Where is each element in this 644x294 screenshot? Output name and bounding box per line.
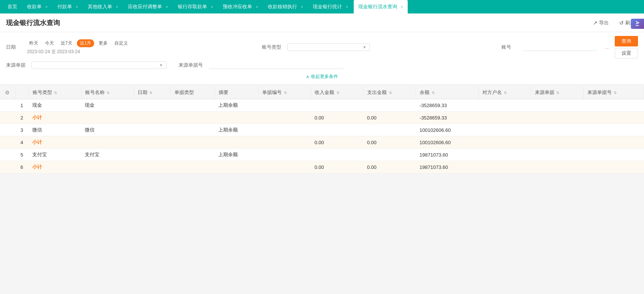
row-expense xyxy=(363,149,416,161)
source-doc-label: 来源单据 xyxy=(6,62,26,69)
collapse-bar[interactable]: ∧ 收起更多条件 xyxy=(6,72,638,81)
data-table: ⚙ 账号类型 ⇅ 账号名称 ⇅ 日期 ⇅ 单据类型 xyxy=(0,86,644,173)
sort-expense-icon: ⇅ xyxy=(389,91,392,95)
filter-right-buttons: 查询 设置 xyxy=(615,36,638,58)
table-row: 2小计0.000.00-3528659.33 xyxy=(0,112,644,124)
row-seq: 5 xyxy=(15,149,29,161)
account-type-label: 账号类型 xyxy=(262,44,281,51)
close-tab-4-icon[interactable]: × xyxy=(211,4,213,9)
sort-balance-icon: ⇅ xyxy=(432,91,435,95)
date-shortcut-1month[interactable]: 近1月 xyxy=(77,39,95,47)
table-row: 6小计0.000.0019871073.60 xyxy=(0,161,644,173)
table-row: 5支付宝支付宝上期余额19871073.60 xyxy=(0,149,644,161)
date-shortcut-custom[interactable]: 自定义 xyxy=(112,39,130,47)
row-empty-col xyxy=(0,149,15,161)
row-account-type: 小计 xyxy=(29,112,81,124)
row-account-type: 微信 xyxy=(29,124,81,136)
account-input[interactable] xyxy=(524,44,596,50)
row-seq: 1 xyxy=(15,99,29,112)
row-date xyxy=(134,124,170,136)
col-expense[interactable]: 支出金额 ⇅ xyxy=(363,86,416,99)
account-type-dropdown-icon: ▼ xyxy=(362,45,366,49)
nav-tab-2[interactable]: 其他收入单 × xyxy=(83,0,123,13)
close-tab-6-icon[interactable]: × xyxy=(301,4,303,9)
row-summary xyxy=(215,136,258,149)
row-income xyxy=(311,149,363,161)
row-source-doc xyxy=(531,136,583,149)
date-shortcut-more[interactable]: 更多 xyxy=(96,39,110,47)
col-source-doc-no[interactable]: 来源单据号 ⇅ xyxy=(583,86,644,99)
source-doc-select[interactable]: ▼ xyxy=(32,61,167,69)
date-shortcut-7days[interactable]: 近7天 xyxy=(59,39,75,47)
row-balance: 19871073.60 xyxy=(416,161,479,173)
col-settings[interactable]: ⚙ xyxy=(0,86,15,99)
row-seq: 3 xyxy=(15,124,29,136)
col-income[interactable]: 收入金额 ⇅ xyxy=(311,86,363,99)
setting-button[interactable]: 设置 xyxy=(615,48,638,58)
row-source-doc xyxy=(531,149,583,161)
close-tab-1-icon[interactable]: × xyxy=(76,4,78,9)
row-source-doc-no xyxy=(583,124,644,136)
sort-income-icon: ⇅ xyxy=(336,91,339,95)
account-type-select[interactable]: ▼ xyxy=(287,43,370,51)
row-income xyxy=(311,124,363,136)
export-button[interactable]: ↗ 导出 xyxy=(590,18,612,28)
row-date xyxy=(134,136,170,149)
row-summary xyxy=(215,161,258,173)
page-header: 现金银行流水查询 ↗ 导出 ↺ 刷新 xyxy=(0,13,644,32)
col-seq xyxy=(15,86,29,99)
row-account-name xyxy=(81,112,134,124)
nav-tab-6[interactable]: 收款核销执行 × xyxy=(263,0,308,13)
row-date xyxy=(134,161,170,173)
date-label: 日期 xyxy=(6,44,21,51)
row-source-doc xyxy=(531,124,583,136)
close-tab-5-icon[interactable]: × xyxy=(256,4,258,9)
col-date[interactable]: 日期 ⇅ xyxy=(134,86,170,99)
col-account-type[interactable]: 账号类型 ⇅ xyxy=(29,86,81,99)
nav-tab-7[interactable]: 现金银行统计 × xyxy=(308,0,353,13)
source-doc-dropdown-icon: ▼ xyxy=(159,63,163,67)
nav-tab-4[interactable]: 银行存取款单 × xyxy=(173,0,218,13)
sort-date-icon: ⇅ xyxy=(149,91,152,95)
row-account-name xyxy=(81,161,134,173)
row-date xyxy=(134,149,170,161)
close-tab-8-icon[interactable]: × xyxy=(401,4,403,9)
col-doc-type: 单据类型 xyxy=(170,86,215,99)
close-tab-3-icon[interactable]: × xyxy=(166,4,168,9)
row-account-name xyxy=(81,136,134,149)
close-tab-7-icon[interactable]: × xyxy=(346,4,348,9)
nav-tab-3[interactable]: 应收应付调整单 × xyxy=(123,0,173,13)
refresh-icon: ↺ xyxy=(619,20,624,26)
row-empty-col xyxy=(0,112,15,124)
col-doc-no[interactable]: 单据编号 ⇅ xyxy=(258,86,311,99)
sort-source-doc-no-icon: ⇅ xyxy=(614,91,617,95)
col-counterparty[interactable]: 对方户名 ⇅ xyxy=(478,86,531,99)
query-button[interactable]: 查询 xyxy=(615,36,638,46)
nav-tab-5[interactable]: 预收冲应收单 × xyxy=(218,0,263,13)
row-counterparty xyxy=(478,99,531,112)
nav-tab-0[interactable]: 收款单 × xyxy=(23,0,52,13)
date-shortcut-yesterday[interactable]: 昨天 xyxy=(27,39,41,47)
table-header-row: ⚙ 账号类型 ⇅ 账号名称 ⇅ 日期 ⇅ 单据类型 xyxy=(0,86,644,99)
nav-tab-1[interactable]: 付款单 × xyxy=(53,0,83,13)
row-empty-col xyxy=(0,99,15,112)
nav-home[interactable]: 首页 xyxy=(3,0,22,13)
row-account-name: 现金 xyxy=(81,99,134,112)
nav-tab-8[interactable]: 现金银行流水查询 × xyxy=(354,0,408,13)
source-doc-no-input[interactable] xyxy=(210,62,342,68)
row-income: 0.00 xyxy=(311,161,363,173)
filter-row-1: 日期 昨天 今天 近7天 近1月 更多 自定义 2023-02-24 至 202… xyxy=(6,36,638,58)
close-tab-0-icon[interactable]: × xyxy=(45,4,48,9)
row-expense: 0.00 xyxy=(363,161,416,173)
account-more-btn[interactable]: ... xyxy=(605,45,609,50)
row-doc-type xyxy=(170,136,215,149)
ai-badge[interactable]: Ai xyxy=(631,19,644,29)
col-balance[interactable]: 余额 ⇅ xyxy=(416,86,479,99)
row-doc-no xyxy=(258,161,311,173)
row-expense: 0.00 xyxy=(363,136,416,149)
col-account-name[interactable]: 账号名称 ⇅ xyxy=(81,86,134,99)
close-tab-2-icon[interactable]: × xyxy=(116,4,118,9)
date-shortcut-today[interactable]: 今天 xyxy=(43,39,56,47)
col-source-doc[interactable]: 来源单据 ⇅ xyxy=(531,86,583,99)
row-account-name: 支付宝 xyxy=(81,149,134,161)
